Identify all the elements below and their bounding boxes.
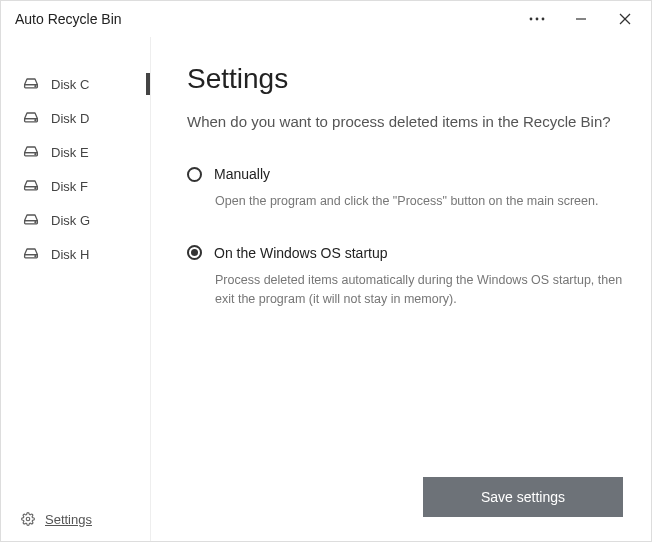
sidebar-disk-item[interactable]: Disk H bbox=[1, 237, 150, 271]
window-title: Auto Recycle Bin bbox=[15, 11, 515, 27]
disk-label: Disk E bbox=[51, 145, 89, 160]
option-label: Manually bbox=[214, 166, 270, 182]
disk-icon bbox=[23, 145, 39, 160]
settings-link-label: Settings bbox=[45, 512, 92, 527]
svg-point-11 bbox=[35, 153, 36, 154]
sidebar-disk-item[interactable]: Disk F bbox=[1, 169, 150, 203]
titlebar: Auto Recycle Bin bbox=[1, 1, 651, 37]
svg-point-13 bbox=[35, 187, 36, 188]
sidebar: Disk CDisk DDisk EDisk FDisk GDisk H Set… bbox=[1, 37, 151, 541]
page-subtitle: When do you want to process deleted item… bbox=[187, 111, 623, 132]
option-label: On the Windows OS startup bbox=[214, 245, 388, 261]
radio-icon bbox=[187, 245, 202, 260]
sidebar-disk-item[interactable]: Disk E bbox=[1, 135, 150, 169]
option-radio-row[interactable]: Manually bbox=[187, 166, 623, 182]
option-description: Process deleted items automatically duri… bbox=[187, 271, 623, 309]
dots-icon bbox=[529, 17, 545, 21]
close-button[interactable] bbox=[603, 1, 647, 37]
disk-icon bbox=[23, 247, 39, 262]
main: Disk CDisk DDisk EDisk FDisk GDisk H Set… bbox=[1, 37, 651, 541]
svg-point-1 bbox=[536, 18, 539, 21]
sidebar-disk-item[interactable]: Disk D bbox=[1, 101, 150, 135]
options-group: ManuallyOpen the program and click the "… bbox=[187, 166, 623, 342]
svg-point-9 bbox=[35, 119, 36, 120]
process-option: On the Windows OS startupProcess deleted… bbox=[187, 245, 623, 309]
disk-label: Disk C bbox=[51, 77, 89, 92]
disk-list: Disk CDisk DDisk EDisk FDisk GDisk H bbox=[1, 67, 150, 497]
disk-icon bbox=[23, 213, 39, 228]
save-settings-button[interactable]: Save settings bbox=[423, 477, 623, 517]
disk-label: Disk H bbox=[51, 247, 89, 262]
option-description: Open the program and click the "Process"… bbox=[187, 192, 623, 211]
disk-icon bbox=[23, 77, 39, 92]
disk-label: Disk F bbox=[51, 179, 88, 194]
minimize-button[interactable] bbox=[559, 1, 603, 37]
option-radio-row[interactable]: On the Windows OS startup bbox=[187, 245, 623, 261]
svg-point-15 bbox=[35, 221, 36, 222]
radio-icon bbox=[187, 167, 202, 182]
disk-label: Disk G bbox=[51, 213, 90, 228]
gear-icon bbox=[21, 512, 35, 526]
close-icon bbox=[619, 13, 631, 25]
minimize-icon bbox=[575, 13, 587, 25]
settings-link[interactable]: Settings bbox=[1, 497, 150, 541]
disk-icon bbox=[23, 111, 39, 126]
sidebar-disk-item[interactable]: Disk C bbox=[1, 67, 150, 101]
disk-label: Disk D bbox=[51, 111, 89, 126]
page-heading: Settings bbox=[187, 63, 623, 95]
process-option: ManuallyOpen the program and click the "… bbox=[187, 166, 623, 211]
svg-point-7 bbox=[35, 85, 36, 86]
content: Settings When do you want to process del… bbox=[151, 37, 651, 541]
disk-icon bbox=[23, 179, 39, 194]
svg-point-17 bbox=[35, 255, 36, 256]
more-button[interactable] bbox=[515, 1, 559, 37]
svg-point-18 bbox=[26, 517, 30, 521]
svg-point-0 bbox=[530, 18, 533, 21]
sidebar-disk-item[interactable]: Disk G bbox=[1, 203, 150, 237]
svg-point-2 bbox=[542, 18, 545, 21]
